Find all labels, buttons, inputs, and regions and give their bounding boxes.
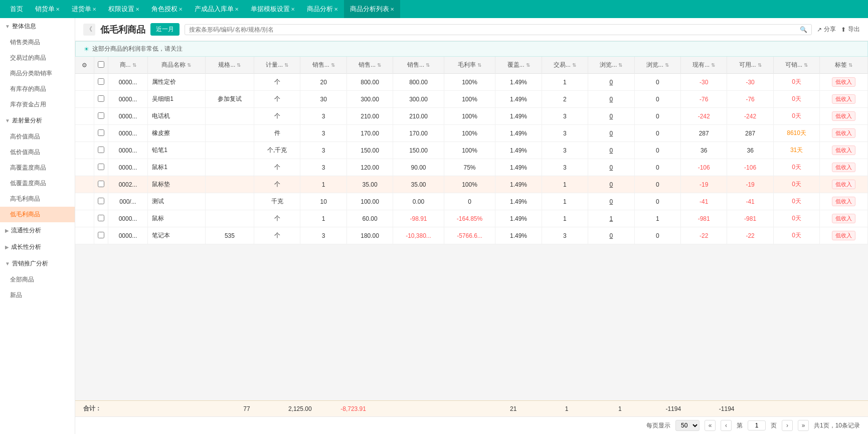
sidebar-item-high-coverage[interactable]: 高覆盖度商品: [0, 160, 75, 176]
sidebar-group-overall[interactable]: ▼ 整体信息: [0, 18, 75, 35]
nav-product-analysis[interactable]: 商品分析 ✕: [301, 0, 344, 18]
sidebar-item-high-value[interactable]: 高价值商品: [0, 129, 75, 144]
row-select-5[interactable]: [98, 164, 104, 170]
sidebar-group-circulation[interactable]: ▶ 流通性分析: [0, 222, 75, 239]
row-browse1-6[interactable]: 0: [588, 176, 634, 193]
search-icon[interactable]: 🔍: [800, 26, 807, 33]
footer-stock-available: -1194: [700, 405, 753, 412]
sidebar-group-growth[interactable]: ▶ 成长性分析: [0, 239, 75, 255]
sidebar-group-marketing[interactable]: ▼ 营销推广分析: [0, 255, 75, 272]
row-browse1-4[interactable]: 0: [588, 142, 634, 159]
row-browse1-8[interactable]: 1: [588, 210, 634, 227]
row-select-4[interactable]: [98, 147, 104, 153]
row-name-6[interactable]: 鼠标垫: [148, 176, 206, 193]
row-browse1-1[interactable]: 0: [588, 91, 634, 108]
row-select-1[interactable]: [98, 95, 104, 102]
nav-role-auth[interactable]: 角色授权 ✕: [145, 0, 189, 18]
row-select-7[interactable]: [98, 198, 104, 204]
sidebar-item-low-margin[interactable]: 低毛利商品: [0, 207, 75, 222]
sidebar-item-inventory-capital[interactable]: 库存资金占用: [0, 97, 75, 112]
row-name-2[interactable]: 电话机: [148, 108, 206, 125]
sidebar-item-low-value[interactable]: 低价值商品: [0, 144, 75, 160]
row-select-3[interactable]: [98, 129, 104, 136]
row-browse1-5[interactable]: 0: [588, 159, 634, 176]
page-number-input[interactable]: [748, 420, 766, 430]
row-browse1-0[interactable]: 0: [588, 74, 634, 91]
row-name-3[interactable]: 橡皮擦: [148, 125, 206, 142]
row-name-4[interactable]: 铅笔1: [148, 142, 206, 159]
sidebar-item-stocked-products[interactable]: 有库存的商品: [0, 81, 75, 97]
row-select-2[interactable]: [98, 112, 104, 119]
next-page-button[interactable]: ›: [782, 420, 793, 431]
sidebar-item-category-sales-rate[interactable]: 商品分类助销率: [0, 66, 75, 81]
nav-sales-order[interactable]: 销货单 ✕: [29, 0, 66, 18]
col-settings[interactable]: ⚙: [75, 57, 94, 74]
col-spec[interactable]: 规格...⇅: [205, 57, 254, 74]
nav-home[interactable]: 首页: [4, 0, 29, 18]
sidebar-item-new-products[interactable]: 新品: [0, 287, 75, 303]
nav-product-analysis-list-close[interactable]: ✕: [390, 7, 394, 12]
row-name-9[interactable]: 笔记本: [148, 227, 206, 244]
nav-product-analysis-list[interactable]: 商品分析列表 ✕: [344, 0, 400, 18]
export-button[interactable]: ⬆ 导出: [841, 25, 860, 34]
row-name-0[interactable]: 属性定价: [148, 74, 206, 91]
sidebar-item-traded-products[interactable]: 交易过的商品: [0, 50, 75, 66]
sidebar-item-low-coverage[interactable]: 低覆盖度商品: [0, 176, 75, 191]
sidebar-collapse-button[interactable]: 《: [83, 24, 95, 36]
sidebar-item-sales-products[interactable]: 销售类商品: [0, 35, 75, 50]
col-stock-sellable[interactable]: 可销...⇅: [773, 57, 819, 74]
row-tag-4: 低收入: [820, 142, 868, 159]
nav-sales-order-close[interactable]: ✕: [56, 7, 60, 12]
nav-product-analysis-close[interactable]: ✕: [334, 7, 338, 12]
nav-template-settings-close[interactable]: ✕: [291, 7, 295, 12]
row-select-8[interactable]: [98, 215, 104, 221]
tab-recent-month[interactable]: 近一月: [150, 23, 180, 36]
nav-template-settings[interactable]: 单据模板设置 ✕: [245, 0, 301, 18]
col-browse2[interactable]: 浏览...⇅: [634, 57, 680, 74]
col-name[interactable]: 商品名称⇅: [148, 57, 206, 74]
row-select-0[interactable]: [98, 78, 104, 85]
nav-product-inbound-close[interactable]: ✕: [235, 7, 239, 12]
nav-role-auth-close[interactable]: ✕: [179, 7, 183, 12]
prev-page-button[interactable]: ‹: [721, 420, 732, 431]
col-unit[interactable]: 计量...⇅: [254, 57, 300, 74]
col-coverage[interactable]: 覆盖...⇅: [495, 57, 542, 74]
first-page-button[interactable]: «: [705, 420, 716, 431]
row-name-1[interactable]: 吴细细1: [148, 91, 206, 108]
row-name-7[interactable]: 测试: [148, 193, 206, 210]
sidebar-item-high-margin[interactable]: 高毛利商品: [0, 191, 75, 207]
col-sales-amount[interactable]: 销售...⇅: [346, 57, 393, 74]
select-all-checkbox[interactable]: [98, 61, 104, 68]
sidebar-group-differential[interactable]: ▼ 差射量分析: [0, 112, 75, 129]
last-page-button[interactable]: »: [798, 420, 809, 431]
col-code[interactable]: 商...⇅: [108, 57, 147, 74]
col-stock-available[interactable]: 可用...⇅: [727, 57, 773, 74]
col-gross-margin[interactable]: 毛利率⇅: [444, 57, 495, 74]
nav-purchase-order-close[interactable]: ✕: [92, 7, 96, 12]
row-gross-margin-2: 100%: [444, 108, 495, 125]
col-sales-profit[interactable]: 销售...⇅: [393, 57, 444, 74]
row-transaction-1: 2: [542, 91, 588, 108]
row-browse1-7[interactable]: 0: [588, 193, 634, 210]
col-sales-qty[interactable]: 销售...⇅: [300, 57, 346, 74]
row-browse1-2[interactable]: 0: [588, 108, 634, 125]
col-stock-current[interactable]: 现有...⇅: [681, 57, 727, 74]
row-browse1-9[interactable]: 0: [588, 227, 634, 244]
nav-purchase-order[interactable]: 进货单 ✕: [66, 0, 102, 18]
row-name-5[interactable]: 鼠标1: [148, 159, 206, 176]
row-name-8[interactable]: 鼠标: [148, 210, 206, 227]
search-box: 🔍: [185, 24, 812, 35]
nav-permissions-close[interactable]: ✕: [135, 7, 139, 12]
col-transaction[interactable]: 交易...⇅: [542, 57, 588, 74]
col-tag[interactable]: 标签⇅: [820, 57, 868, 74]
row-select-9[interactable]: [98, 232, 104, 238]
nav-product-inbound[interactable]: 产成品入库单 ✕: [189, 0, 245, 18]
nav-permissions[interactable]: 权限设置 ✕: [102, 0, 145, 18]
row-browse1-3[interactable]: 0: [588, 125, 634, 142]
per-page-select[interactable]: 50: [675, 420, 700, 431]
share-button[interactable]: ↗ 分享: [817, 25, 836, 34]
search-input[interactable]: [189, 26, 800, 33]
col-browse1[interactable]: 浏览...⇅: [588, 57, 634, 74]
sidebar-item-all-products[interactable]: 全部商品: [0, 272, 75, 287]
row-select-6[interactable]: [98, 181, 104, 187]
